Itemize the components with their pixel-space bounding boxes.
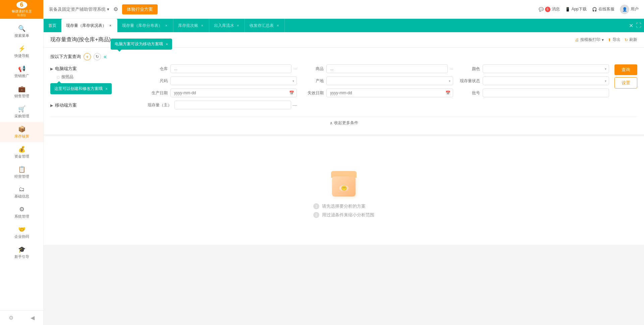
empty-step-2: 2 用过滤条件来缩小分析范围 (313, 212, 374, 218)
sidebar-item-search[interactable]: 🔍 搜索菜单 (0, 21, 43, 42)
app-download-item[interactable]: 📱 App下载 (565, 6, 587, 12)
filter-label: 按以下方案查询 (50, 54, 81, 60)
logo-text: 畅捷通好生意 标准版 (12, 9, 32, 17)
message-item[interactable]: 💬 6 消息 (539, 6, 560, 12)
size-field: 尺码 ▾ (148, 76, 297, 85)
goods-more-icon[interactable]: ··· (450, 66, 453, 71)
add-scheme-button[interactable]: + (84, 53, 91, 60)
sidebar-label-basic: 基础信息 (14, 194, 29, 199)
produce-date-input[interactable] (170, 89, 297, 97)
pc-scheme-items: □ 按照品 (50, 73, 141, 81)
batch-input[interactable] (483, 89, 609, 97)
dropdown-icon: ▾ (107, 7, 109, 12)
tab-close-inventory_status[interactable]: × (108, 23, 112, 28)
origin-select[interactable] (326, 76, 453, 85)
tab-close-all-icon[interactable]: ✕ (629, 22, 633, 29)
export-icon: ⬆ (608, 38, 611, 42)
filter-header: 按以下方案查询 + ↻ « 电脑方案可设为移动方案哦 × (50, 53, 637, 60)
sidebar-item-basic[interactable]: 🗂 基础信息 (0, 182, 43, 202)
goods-field: 商品 ··· (304, 64, 453, 73)
refresh-button[interactable]: ↻ 刷新 (625, 37, 637, 43)
scheme-item-name: 按照品 (61, 74, 73, 80)
expire-date-field: 失效日期 📅 (304, 89, 453, 97)
sidebar-label-guide: 新手引导 (14, 254, 29, 259)
warehouse-input[interactable] (170, 64, 291, 73)
expire-date-input[interactable] (326, 89, 453, 97)
mobile-scheme-name: 移动端方案 (55, 102, 77, 108)
sidebar-item-guide[interactable]: 🎓 新手引导 (0, 242, 43, 263)
tab-close-batch_ledger[interactable]: × (200, 23, 204, 28)
collapse-sidebar-icon[interactable]: ◀ (31, 315, 35, 321)
user-item[interactable]: 👤 用户 (620, 5, 639, 14)
sidebar-item-inventory[interactable]: 📦 库存核算 (0, 122, 43, 142)
tab-close-inventory_dist[interactable]: × (164, 23, 168, 28)
message-label: 消息 (552, 6, 560, 12)
message-badge: 6 (545, 7, 550, 12)
tab-inout_flow[interactable]: 出入库流水× (209, 19, 245, 32)
sidebar-item-collab[interactable]: 🤝 企业协同 (0, 222, 43, 242)
sidebar-label-ops: 经营管理 (14, 174, 29, 179)
collapse-button[interactable]: ∧ 收起更多条件 (330, 120, 358, 126)
search-button[interactable]: 查询 (614, 64, 637, 75)
tab-bar-right: ✕ ⛶ (629, 19, 644, 32)
export-button[interactable]: ⬆ 导出 (608, 37, 621, 43)
sidebar-bottom: ⚙ ◀ (0, 310, 43, 325)
sales-icon: 💼 (18, 85, 25, 93)
tab-close-inout_flow[interactable]: × (236, 23, 240, 28)
refresh-scheme-button[interactable]: ↻ (94, 53, 101, 60)
step-number-2: 2 (313, 212, 319, 218)
tab-receive_summary[interactable]: 收发存汇总表× (245, 19, 285, 32)
settings-icon[interactable]: ⚙ (9, 315, 13, 321)
tab-home[interactable]: 首页 (44, 19, 61, 32)
pc-scheme-header[interactable]: ▶ 电脑端方案 (50, 64, 141, 73)
tab-label-inventory_dist: 现存量（库存分布表） (122, 23, 162, 29)
industry-plan-button[interactable]: 体验行业方案 (122, 4, 158, 14)
sidebar-item-quick[interactable]: ⚡ 快捷导航 (0, 42, 43, 62)
tab-bar: 首页现存量（库存状况表）×现存量（库存分布表）×库存批次账×出入库流水×收发存汇… (44, 19, 644, 32)
settings-gear-icon[interactable]: ⚙ (113, 6, 118, 12)
print-button[interactable]: 🖨 按模板打印 ▾ (575, 37, 604, 43)
sidebar-item-finance[interactable]: 💰 资金管理 (0, 142, 43, 162)
header-left: 装备及固定资产辅助管理系统 ▾ ⚙ 体验行业方案 (49, 4, 158, 14)
print-icon: 🖨 (575, 38, 579, 42)
logo-icon: 6 (16, 1, 27, 8)
sidebar-item-sales[interactable]: 💼 销售管理 (0, 82, 43, 102)
tooltip1-close[interactable]: × (166, 42, 168, 47)
warehouse-more-icon[interactable]: ··· (293, 66, 297, 71)
filter-row-1: 仓库 ··· 商品 (148, 64, 609, 73)
tab-fullscreen-icon[interactable]: ⛶ (636, 22, 641, 29)
filter-row-2: 尺码 ▾ 产地 (148, 76, 609, 85)
goods-input[interactable] (326, 64, 447, 73)
tab-inventory_status[interactable]: 现存量（库存状况表）× (61, 19, 117, 32)
stock-main-from-input[interactable] (174, 101, 291, 109)
color-select[interactable] (483, 64, 609, 73)
tab-inventory_dist[interactable]: 现存量（库存分布表）× (117, 19, 173, 32)
finance-icon: 💰 (18, 146, 25, 153)
refresh-icon: ↻ (625, 38, 628, 42)
page-title: 现存量查询(按仓库+商品) (50, 36, 111, 43)
set-button[interactable]: 设置 (614, 77, 637, 89)
scheme-item-icon: □ (57, 75, 59, 79)
sidebar-item-system[interactable]: ⚙ 系统管理 (0, 202, 43, 222)
system-selector[interactable]: 装备及固定资产辅助管理系统 ▾ (49, 6, 109, 12)
online-service-item[interactable]: 🎧 在线客服 (592, 6, 614, 12)
filter-action-buttons: 查询 设置 (614, 64, 637, 89)
sidebar-item-marketing[interactable]: 📢 营销推广 (0, 62, 43, 82)
sidebar-label-system: 系统管理 (14, 214, 29, 219)
inventory-icon: 📦 (18, 125, 25, 133)
scheme-item[interactable]: □ 按照品 (57, 73, 141, 81)
tab-close-receive_summary[interactable]: × (276, 23, 280, 28)
arrow-scheme-button[interactable]: « (104, 54, 107, 60)
user-avatar: 👤 (620, 5, 629, 14)
batch-field: 批号 (460, 89, 609, 97)
sidebar-item-ops[interactable]: 📋 经营管理 (0, 162, 43, 182)
user-label: 用户 (631, 6, 639, 12)
stock-status-select[interactable] (483, 76, 609, 85)
size-select[interactable] (170, 76, 297, 85)
mobile-scheme-header[interactable]: ▶ 移动端方案 (50, 101, 141, 110)
tab-batch_ledger[interactable]: 库存批次账× (173, 19, 209, 32)
tooltip2-close[interactable]: × (105, 87, 108, 91)
sidebar-item-purchase[interactable]: 🛒 采购管理 (0, 102, 43, 122)
sidebar-label-purchase: 采购管理 (14, 114, 29, 119)
color-field: 颜色 ▾ (460, 64, 609, 73)
